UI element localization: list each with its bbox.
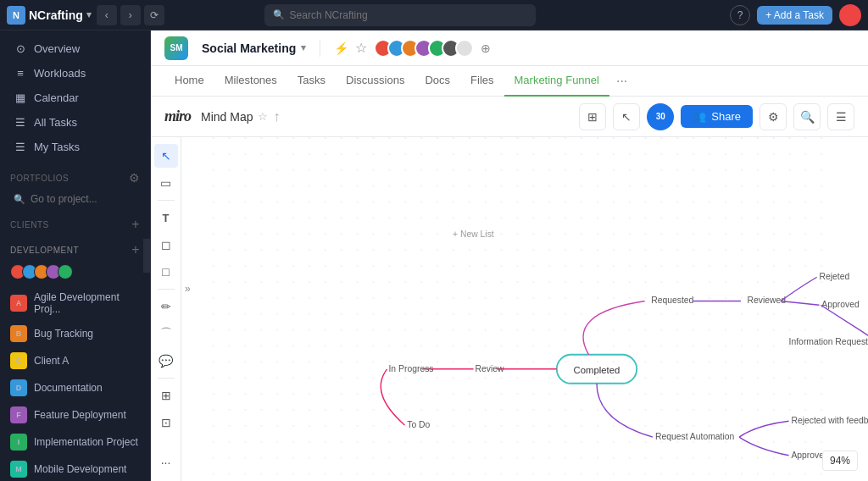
header-divider xyxy=(320,40,320,57)
nav-controls: ‹ › ⟳ xyxy=(97,5,164,25)
settings-button[interactable]: ⚙ xyxy=(760,103,787,130)
board-title: Mind Map ☆ ↑ xyxy=(201,109,280,124)
project-mobile-dev-icon: M xyxy=(10,461,27,478)
tab-home[interactable]: Home xyxy=(164,66,214,97)
sidebar-collapse-button[interactable]: › xyxy=(143,239,151,273)
miro-logo: miro xyxy=(164,108,191,125)
zoom-badge: 94% xyxy=(822,451,858,471)
project-title-chevron[interactable]: ▾ xyxy=(301,42,306,53)
rejected-feedback-label: Rejected with feedback xyxy=(791,416,868,425)
pen-tool[interactable]: ✏ xyxy=(154,295,178,318)
sidebar: ⊙ Overview ≡ Workloads ▦ Calendar ☰ All … xyxy=(0,30,151,481)
add-member-icon[interactable]: ⊕ xyxy=(481,41,491,55)
export-icon[interactable]: ↑ xyxy=(273,109,280,124)
sticky-tool[interactable]: ◻ xyxy=(154,233,178,257)
forward-button[interactable]: › xyxy=(120,5,141,25)
add-task-button[interactable]: + Add a Task xyxy=(757,6,832,25)
info-req-label: Information Requested xyxy=(789,337,868,346)
canvas-expand-arrows[interactable]: » xyxy=(181,283,194,295)
star-action-icon[interactable]: ☆ xyxy=(355,40,367,56)
zoom-level: 94% xyxy=(830,455,850,467)
center-node-label: Completed xyxy=(574,365,620,375)
search-board-button[interactable]: 🔍 xyxy=(793,103,821,130)
project-agile-label: Agile Development Proj... xyxy=(34,291,140,315)
shape-tool[interactable]: □ xyxy=(154,260,178,284)
connection-tool[interactable]: ⌒ xyxy=(154,322,178,346)
member-count xyxy=(455,39,474,58)
clients-label: CLIENTS xyxy=(10,220,49,229)
portfolios-section: PORTFOLIOS ⚙ xyxy=(0,164,150,188)
project-agile[interactable]: A Agile Development Proj... xyxy=(0,287,150,319)
search-input[interactable] xyxy=(290,9,527,21)
toolbar-divider-1 xyxy=(158,200,175,201)
mind-map-canvas[interactable]: + New List Completed Requested Reviewed … xyxy=(181,137,868,481)
top-bar: N NCrafting ▾ ‹ › ⟳ 🔍 ? + Add a Task xyxy=(0,0,868,30)
calendar-icon: ▦ xyxy=(14,91,27,104)
project-bug-tracking[interactable]: B Bug Tracking xyxy=(0,321,150,346)
request-automation-label: Request Automation xyxy=(655,432,735,441)
project-implementation[interactable]: I Implementation Project xyxy=(0,429,150,455)
overview-icon: ⊙ xyxy=(14,41,27,55)
table-tool[interactable]: ⊞ xyxy=(154,384,178,407)
cursor-button[interactable]: ↖ xyxy=(613,103,640,130)
project-feature-deployment[interactable]: F Feature Deployment xyxy=(0,402,150,428)
project-search: 🔍 xyxy=(3,190,147,208)
select-tool[interactable]: ↖ xyxy=(154,144,178,168)
project-mobile-dev[interactable]: M Mobile Development xyxy=(0,456,150,481)
project-mobile-dev-label: Mobile Development xyxy=(34,463,126,475)
sidebar-item-all-tasks[interactable]: ☰ All Tasks xyxy=(3,110,147,134)
tab-files[interactable]: Files xyxy=(460,66,504,97)
main-content: SM Social Marketing ▾ ⚡ ☆ ⊕ xyxy=(151,30,868,481)
embed-tool[interactable]: ⊡ xyxy=(154,411,178,434)
tab-tasks[interactable]: Tasks xyxy=(287,66,336,97)
clients-add-icon[interactable]: + xyxy=(131,217,140,232)
help-button[interactable]: ? xyxy=(730,5,750,25)
project-search-input[interactable] xyxy=(31,193,151,205)
portfolios-settings-icon[interactable]: ⚙ xyxy=(129,171,141,185)
sidebar-item-overview[interactable]: ⊙ Overview xyxy=(3,36,147,60)
portfolios-label: PORTFOLIOS xyxy=(10,174,69,183)
tab-milestones[interactable]: Milestones xyxy=(214,66,287,97)
notes-button[interactable]: ☰ xyxy=(827,103,854,130)
board-header: miro Mind Map ☆ ↑ ⊞ ↖ 30 👥 Share xyxy=(151,97,868,137)
main-layout: ⊙ Overview ≡ Workloads ▦ Calendar ☰ All … xyxy=(0,30,868,481)
timer-badge: 30 xyxy=(647,103,674,130)
share-button[interactable]: 👥 Share xyxy=(681,105,753,128)
tab-discussions[interactable]: Discussions xyxy=(336,66,415,97)
history-button[interactable]: ⟳ xyxy=(144,5,164,25)
user-avatar[interactable] xyxy=(839,4,861,26)
sidebar-item-calendar[interactable]: ▦ Calendar xyxy=(3,86,147,109)
project-bug-tracking-icon: B xyxy=(10,325,27,342)
app-logo: N xyxy=(7,6,25,25)
project-header: SM Social Marketing ▾ ⚡ ☆ ⊕ xyxy=(151,30,868,66)
tab-marketing-funnel[interactable]: Marketing Funnel xyxy=(504,66,609,97)
project-tabs: Home Milestones Tasks Discussions Docs F… xyxy=(151,66,868,97)
lightning-icon[interactable]: ⚡ xyxy=(334,41,348,55)
development-add-icon[interactable]: + xyxy=(131,242,140,257)
project-actions: ⚡ ☆ ⊕ xyxy=(334,39,491,58)
filter-button[interactable]: ⊞ xyxy=(579,103,606,130)
sidebar-item-workloads[interactable]: ≡ Workloads xyxy=(3,61,147,85)
svg-rect-1 xyxy=(213,137,837,481)
reviewed-label: Reviewed xyxy=(747,296,786,305)
back-button[interactable]: ‹ xyxy=(97,5,117,25)
more-tools-button[interactable]: ··· xyxy=(154,451,178,474)
tabs-more-button[interactable]: ··· xyxy=(616,74,627,89)
frame-tool[interactable]: ▭ xyxy=(154,171,178,195)
search-bar[interactable]: 🔍 xyxy=(264,4,536,26)
development-section: DEVELOPMENT + xyxy=(0,235,150,261)
project-documentation[interactable]: D Documentation xyxy=(0,375,150,401)
new-list-label: + New List xyxy=(453,229,494,239)
comment-tool[interactable]: 💬 xyxy=(154,349,178,373)
text-tool[interactable]: T xyxy=(154,206,178,229)
mind-map-svg: + New List Completed Requested Reviewed … xyxy=(181,137,868,481)
board-star-icon[interactable]: ☆ xyxy=(258,110,268,123)
review-label: Review xyxy=(475,364,504,373)
dev-avatar-5 xyxy=(58,264,73,279)
project-documentation-label: Documentation xyxy=(34,382,103,394)
project-client-a[interactable]: C Client A xyxy=(0,348,150,373)
app-chevron[interactable]: ▾ xyxy=(86,9,92,20)
tab-docs[interactable]: Docs xyxy=(415,66,460,97)
toolbar-divider-3 xyxy=(158,378,175,379)
sidebar-item-my-tasks[interactable]: ☰ My Tasks xyxy=(3,135,147,158)
